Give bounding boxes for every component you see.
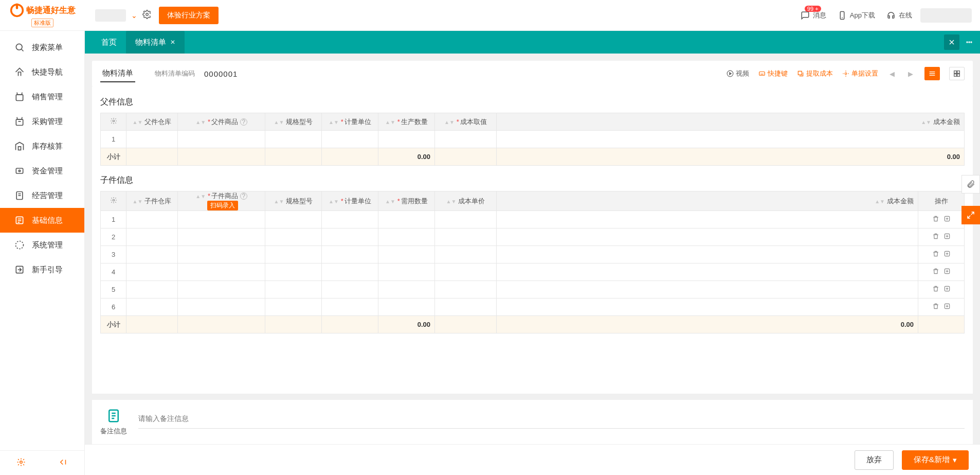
- parent-col-product[interactable]: ▲▼*父件商品 ?: [178, 113, 265, 131]
- fullscreen-side-tab[interactable]: [961, 206, 980, 224]
- try-industry-button[interactable]: 体验行业方案: [159, 7, 219, 24]
- parent-subtotal-qty: 0.00: [378, 148, 435, 166]
- svg-point-25: [971, 42, 972, 43]
- discard-button[interactable]: 放弃: [855, 450, 894, 470]
- child-col-spec[interactable]: ▲▼规格型号: [265, 191, 322, 211]
- sidebar-settings-icon[interactable]: [16, 458, 26, 468]
- child-col-warehouse[interactable]: ▲▼子件仓库: [126, 191, 178, 211]
- org-selector[interactable]: ⌄: [95, 9, 152, 22]
- sidebar-item-stock[interactable]: 库存核算: [0, 134, 84, 159]
- messages-link[interactable]: 99 + 消息: [801, 11, 826, 20]
- child-row[interactable]: 1: [101, 211, 965, 228]
- tab-bom[interactable]: 物料清单✕: [126, 31, 185, 54]
- row-add-icon[interactable]: [943, 216, 951, 224]
- row-add-icon[interactable]: [943, 286, 951, 294]
- svg-point-38: [113, 199, 115, 201]
- sidebar-item-system[interactable]: 系统管理: [0, 233, 84, 257]
- support-link[interactable]: 在线: [886, 11, 912, 20]
- sales-icon: [14, 92, 25, 102]
- extract-icon: [797, 70, 804, 77]
- tab-label: 首页: [101, 38, 117, 47]
- info-icon[interactable]: ?: [240, 192, 247, 200]
- row-delete-icon[interactable]: [932, 251, 939, 259]
- sidebar-item-base[interactable]: 基础信息: [0, 208, 84, 233]
- download-link[interactable]: App下载: [838, 11, 875, 20]
- parent-col-costmode[interactable]: ▲▼*成本取值: [435, 113, 497, 131]
- brand-name: 畅捷通好生意: [26, 5, 76, 16]
- parent-col-gear[interactable]: [101, 113, 126, 131]
- sidebar-item-label: 经营管理: [32, 191, 63, 201]
- toolbar-video[interactable]: 视频: [727, 69, 749, 78]
- svg-rect-9: [16, 168, 23, 173]
- child-col-qty[interactable]: ▲▼*需用数量: [378, 191, 435, 211]
- scan-entry-badge[interactable]: 扫码录入: [207, 201, 238, 210]
- sidebar: 搜索菜单快捷导航销售管理采购管理库存核算资金管理经营管理基础信息系统管理新手引导: [0, 31, 85, 475]
- child-row[interactable]: 3: [101, 246, 965, 263]
- bom-code-label: 物料清单编码: [155, 69, 195, 78]
- info-icon[interactable]: ?: [240, 118, 247, 126]
- sidebar-item-search[interactable]: 搜索菜单: [0, 35, 84, 60]
- toolbar-pickcost[interactable]: 提取成本: [797, 69, 833, 78]
- svg-point-37: [113, 120, 115, 122]
- row-delete-icon[interactable]: [932, 304, 939, 311]
- toolbar-prev-icon[interactable]: ◀: [887, 70, 897, 78]
- row-delete-icon[interactable]: [932, 269, 939, 276]
- child-col-unitcost[interactable]: ▲▼成本单价: [435, 191, 497, 211]
- parent-grid[interactable]: ▲▼父件仓库 ▲▼*父件商品 ? ▲▼规格型号 ▲▼*计量单位 ▲▼*生产数量 …: [100, 113, 965, 166]
- child-col-product[interactable]: ▲▼*子件商品 ?扫码录入: [178, 191, 265, 211]
- sidebar-collapse-icon[interactable]: [59, 458, 68, 468]
- child-grid[interactable]: ▲▼子件仓库 ▲▼*子件商品 ?扫码录入 ▲▼规格型号 ▲▼*计量单位 ▲▼*需…: [100, 191, 965, 333]
- parent-col-unit[interactable]: ▲▼*计量单位: [322, 113, 378, 131]
- row-add-icon[interactable]: [943, 234, 951, 241]
- child-subtotal-amount: 0.00: [497, 316, 918, 333]
- parent-subtotal-amount: 0.00: [497, 148, 965, 166]
- sidebar-item-guide[interactable]: 新手引导: [0, 257, 84, 282]
- sidebar-item-ops[interactable]: 经营管理: [0, 183, 84, 208]
- remarks-panel: 备注信息: [92, 400, 973, 444]
- row-delete-icon[interactable]: [932, 286, 939, 294]
- close-icon[interactable]: ✕: [170, 39, 175, 46]
- parent-row[interactable]: 1: [101, 131, 965, 148]
- save-new-button[interactable]: 保存&新增 ▾: [902, 450, 969, 470]
- tabs-close-all-icon[interactable]: [944, 34, 959, 50]
- org-settings-icon[interactable]: [142, 10, 152, 21]
- child-row[interactable]: 2: [101, 228, 965, 246]
- parent-col-amount[interactable]: ▲▼成本金额: [497, 113, 965, 131]
- row-delete-icon[interactable]: [932, 216, 939, 224]
- toolbar-shortcut[interactable]: 快捷键: [758, 69, 788, 78]
- parent-col-warehouse[interactable]: ▲▼父件仓库: [126, 113, 178, 131]
- sidebar-item-purchase[interactable]: 采购管理: [0, 109, 84, 134]
- view-list-button[interactable]: [924, 67, 940, 80]
- child-col-amount[interactable]: ▲▼成本金额: [497, 191, 918, 211]
- tabs-more-icon[interactable]: [961, 34, 977, 50]
- sidebar-item-label: 采购管理: [32, 117, 63, 127]
- toolbar-next-icon[interactable]: ▶: [906, 70, 915, 78]
- row-add-icon[interactable]: [943, 251, 951, 259]
- toolbar-setting[interactable]: 单据设置: [842, 69, 878, 78]
- child-col-unit[interactable]: ▲▼*计量单位: [322, 191, 378, 211]
- row-add-icon[interactable]: [943, 304, 951, 311]
- tab-label: 物料清单: [135, 38, 166, 47]
- sidebar-item-quicknav[interactable]: 快捷导航: [0, 60, 84, 84]
- child-row[interactable]: 6: [101, 298, 965, 316]
- sidebar-item-label: 快捷导航: [32, 67, 63, 77]
- child-section-title: 子件信息: [100, 175, 965, 186]
- child-col-gear[interactable]: [101, 191, 126, 211]
- child-row[interactable]: 4: [101, 263, 965, 281]
- attachment-side-tab[interactable]: [961, 175, 980, 193]
- parent-col-spec[interactable]: ▲▼规格型号: [265, 113, 322, 131]
- sidebar-item-sales[interactable]: 销售管理: [0, 84, 84, 109]
- svg-point-10: [19, 170, 20, 171]
- sidebar-item-finance[interactable]: 资金管理: [0, 159, 84, 183]
- row-delete-icon[interactable]: [932, 234, 939, 241]
- parent-section-title: 父件信息: [100, 97, 965, 108]
- messages-label: 消息: [813, 11, 826, 20]
- view-card-button[interactable]: [949, 67, 965, 80]
- row-add-icon[interactable]: [943, 269, 951, 276]
- remarks-input[interactable]: [138, 408, 965, 429]
- tab-home[interactable]: 首页: [92, 31, 126, 54]
- parent-col-qty[interactable]: ▲▼*生产数量: [378, 113, 435, 131]
- sidebar-item-label: 系统管理: [32, 240, 63, 250]
- user-avatar-redacted[interactable]: [920, 8, 972, 23]
- child-row[interactable]: 5: [101, 281, 965, 298]
